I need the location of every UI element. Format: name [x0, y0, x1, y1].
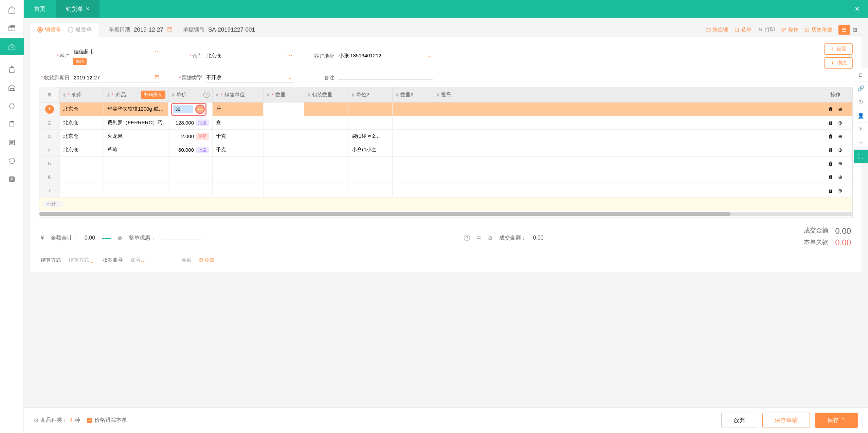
copy-icon[interactable]: ⊕ [838, 161, 843, 167]
radio-return[interactable]: 退货单 [68, 26, 92, 33]
delete-icon[interactable]: 🗑 [828, 133, 833, 139]
svg-point-4 [9, 158, 15, 164]
home-icon[interactable] [7, 5, 16, 14]
user-icon[interactable]: 👤 [854, 109, 868, 123]
remark-input[interactable] [338, 76, 433, 80]
table-row[interactable]: 7🗑⊕ [39, 184, 852, 197]
delete-icon[interactable]: 🗑 [828, 188, 833, 193]
warehouse-input[interactable]: 北京仓 [205, 51, 294, 61]
doc-date-label: 单据日期 [109, 26, 130, 33]
chevron-down-icon[interactable]: ⌄ [90, 258, 94, 265]
help-icon[interactable]: ? [203, 92, 210, 98]
warehouse-icon[interactable] [7, 83, 16, 92]
copy-icon[interactable]: ⊕ [838, 147, 843, 153]
link-icon[interactable]: 🔗 [854, 82, 868, 95]
chevron-down-icon[interactable]: ⌄ [427, 52, 432, 59]
list-icon[interactable] [7, 138, 16, 147]
copy-icon[interactable]: ⊕ [838, 188, 843, 194]
customer-label: *客户 [39, 53, 70, 59]
sales-icon[interactable]: $ [0, 38, 24, 55]
footer-bar: ⊙ 商品种类： 4 种 ✓价格跟踪本单 放弃 保存草稿 保存 ⌃ [24, 407, 868, 433]
operate-button[interactable]: 操作 [781, 26, 798, 33]
delete-icon[interactable]: 🗑 [828, 161, 833, 166]
due-date-input[interactable]: 2019-12-27 [73, 73, 161, 82]
radio-sales[interactable]: 销货单 [37, 26, 61, 33]
view-grid-icon[interactable]: ⊞ [850, 25, 861, 35]
sort-icon[interactable]: ▲▼ [107, 93, 110, 97]
save-button[interactable]: 保存 ⌃ [815, 413, 858, 428]
add-row-button[interactable]: + [45, 105, 54, 114]
horizontal-scrollbar[interactable] [39, 212, 852, 216]
print-button[interactable]: 打印 [758, 26, 775, 33]
help-icon[interactable]: ? [464, 235, 470, 241]
refresh-icon[interactable]: ↻ [854, 95, 868, 109]
table-row[interactable]: 3北京仓火龙果2.000最新千克袋(1袋 ≈ 2…🗑⊕ [39, 130, 852, 143]
sort-icon[interactable]: ▲▼ [266, 93, 270, 97]
panel-close-icon[interactable]: × [846, 4, 868, 14]
copy-icon[interactable]: ⊕ [838, 120, 843, 126]
close-icon[interactable]: × [86, 5, 89, 12]
sort-icon[interactable]: ▲▼ [62, 93, 66, 97]
delete-icon[interactable]: 🗑 [828, 174, 833, 180]
sort-icon[interactable]: ▲▼ [395, 93, 399, 97]
customer-input[interactable]: 佳佳超市 [73, 47, 161, 57]
copy-icon[interactable]: ⊕ [838, 133, 843, 139]
delete-icon[interactable]: 🗑 [828, 147, 833, 153]
star-icon[interactable]: ☆ [854, 136, 868, 150]
table-row[interactable]: 4北京仓草莓60.000批发千克小盒(1小盒 …🗑⊕ [39, 143, 852, 157]
table-row[interactable]: +北京仓华美华夫软饼1200g 糕…⋯斤🗑⊕ [39, 102, 852, 116]
chevron-down-icon[interactable]: ⌄ [288, 74, 292, 80]
scan-button[interactable]: 扫码录入 [141, 91, 165, 99]
gear-icon[interactable]: ⚙ [47, 92, 52, 98]
deal-amount-value: 0.00 [533, 235, 544, 241]
table-row[interactable]: 6🗑⊕ [39, 170, 852, 184]
expand-icon[interactable]: ⛶ [854, 150, 868, 163]
logistics-button[interactable]: ＋物流 [824, 57, 853, 69]
history-button[interactable]: 历史单据 [804, 26, 832, 33]
more-icon[interactable]: ⋯ [141, 258, 146, 265]
money-bag-icon[interactable] [7, 101, 16, 110]
sort-icon[interactable]: ▲▼ [307, 93, 311, 97]
calendar-icon[interactable] [155, 74, 160, 81]
new-badge-icon[interactable]: 新 [7, 175, 16, 184]
more-button[interactable]: ⋯ [195, 105, 205, 114]
sort-icon[interactable]: ▲▼ [215, 93, 219, 97]
loading-icon[interactable] [7, 156, 16, 165]
track-price-checkbox[interactable]: ✓价格跟踪本单 [87, 417, 127, 424]
more-icon[interactable]: ⋯ [287, 52, 292, 59]
price-input[interactable] [173, 105, 193, 113]
note-icon[interactable]: 🗒 [854, 68, 868, 82]
more-icon[interactable]: ⋯ [155, 48, 160, 55]
add-settle-button[interactable]: ⊕添加 [198, 256, 215, 264]
sort-icon[interactable]: ▲▼ [351, 93, 355, 97]
sort-icon[interactable]: ▲▼ [171, 93, 175, 97]
remark-label: 备注 [304, 75, 334, 81]
view-list-icon[interactable]: ☰ [838, 25, 850, 35]
discount-input[interactable] [163, 236, 203, 240]
table-row[interactable]: 5🗑⊕ [39, 157, 852, 170]
calendar-icon[interactable] [167, 26, 173, 34]
discount-icon: ⊘ [117, 235, 122, 241]
doc-date-value[interactable]: 2019-12-27 [134, 26, 163, 33]
bag-icon[interactable] [7, 65, 16, 74]
draft-button[interactable]: 保存草稿 [762, 413, 810, 428]
select-doc-button[interactable]: 选单 [734, 26, 752, 33]
clipboard-icon[interactable] [7, 120, 16, 129]
invoice-type-input[interactable]: 不开票 [205, 73, 294, 83]
tab-home[interactable]: 首页 [24, 0, 56, 18]
settings-button[interactable]: 设置 [824, 43, 853, 55]
shortcut-button[interactable]: 快捷键 [706, 26, 728, 33]
sort-icon[interactable]: ▲▼ [436, 93, 440, 97]
currency-icon[interactable]: ¥ [854, 123, 868, 136]
abandon-button[interactable]: 放弃 [721, 413, 757, 428]
amount-total-label: 金额合计： [51, 234, 78, 242]
delete-icon[interactable]: 🗑 [828, 106, 833, 112]
copy-icon[interactable]: ⊕ [838, 106, 843, 112]
table-row[interactable]: 2北京仓费列罗（FERRERO）巧…128.000批发盒🗑⊕ [39, 116, 852, 130]
gift-icon[interactable] [7, 23, 16, 32]
copy-icon[interactable]: ⊕ [838, 174, 843, 180]
delete-icon[interactable]: 🗑 [828, 120, 833, 126]
tab-sales[interactable]: 销货单 × [56, 0, 100, 18]
settlement-tag: 现结 [73, 58, 87, 65]
address-input[interactable]: 小张 18513401212 [338, 51, 433, 61]
